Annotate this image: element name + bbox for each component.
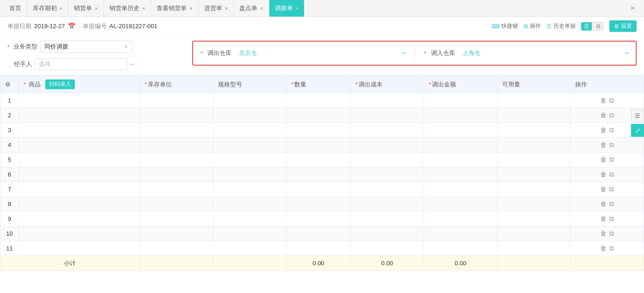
copy-row-icon[interactable]: ⧉ (609, 156, 614, 164)
delete-row-icon[interactable]: 🗑 (600, 111, 607, 119)
tab-close-sales-order[interactable]: × (95, 6, 97, 11)
tab-close-inventory-check[interactable]: × (260, 6, 263, 11)
warehouse-out-more-icon[interactable]: ··· (401, 49, 405, 57)
warehouse-in-label: 调入仓库 (431, 49, 455, 57)
tab-inventory-init[interactable]: 库存期初 × (27, 0, 68, 17)
operation-button[interactable]: ⊞ 操作 (523, 22, 541, 30)
history-button[interactable]: ☰ 历史单据 (547, 22, 576, 30)
history-icon: ☰ (547, 23, 552, 30)
copy-row-icon[interactable]: ⧉ (609, 215, 614, 223)
th-spec: 规格型号 (213, 76, 286, 93)
scan-entry-button[interactable]: 扫码录入 (45, 79, 75, 89)
subtotal-label: 小计 (0, 256, 140, 271)
form-left: * 业务类型 同价调拨 ▼ 经手人 选择... ··· (7, 41, 183, 70)
warehouse-out-field: * 调出仓库 北京仓 ··· (200, 49, 405, 57)
table-row: 8🗑⧉ (0, 197, 644, 212)
toolbar: 单据日期 2019-12-27 📅 单据编号 AL-20191227-001 ⌨… (0, 17, 644, 36)
table-row: 7🗑⧉ (0, 182, 644, 197)
delete-row-icon[interactable]: 🗑 (600, 156, 607, 164)
th-amount: *调出金额 (424, 76, 497, 93)
tab-close-sales-history[interactable]: × (142, 6, 145, 11)
business-type-row: * 业务类型 同价调拨 ▼ (7, 41, 183, 53)
main-content: 单据日期 2019-12-27 📅 单据编号 AL-20191227-001 ⌨… (0, 17, 644, 293)
operator-more-icon[interactable]: ··· (130, 60, 133, 68)
table-row: 9🗑⧉ (0, 212, 644, 226)
delete-row-icon[interactable]: 🗑 (600, 244, 607, 252)
warehouse-out-value[interactable]: 北京仓 (239, 49, 398, 57)
operator-select[interactable]: 选择... (35, 58, 127, 70)
shortcut-button[interactable]: ⌨ 快捷键 (492, 22, 518, 30)
th-available: 可用量 (497, 76, 571, 93)
operator-row: 经手人 选择... ··· (7, 58, 183, 70)
operation-label: 操作 (530, 22, 541, 30)
warehouse-divider (414, 46, 415, 60)
warehouse-in-field: * 调入仓库 上海仓 ··· (424, 49, 629, 57)
delete-row-icon[interactable]: 🗑 (600, 200, 607, 208)
tab-close-purchase-order[interactable]: × (225, 6, 228, 11)
number-field: 单据编号 AL-20191227-001 (83, 22, 158, 31)
copy-row-icon[interactable]: ⧉ (609, 185, 614, 193)
tab-view-sales[interactable]: 查看销货单 × (151, 0, 198, 17)
business-type-field: * 业务类型 同价调拨 ▼ (7, 41, 133, 53)
tab-close-inventory-init[interactable]: × (60, 6, 62, 11)
copy-row-icon[interactable]: ⧉ (609, 230, 614, 238)
business-type-select[interactable]: 同价调拨 ▼ (40, 41, 133, 53)
tab-sales-history[interactable]: 销货单历史 × (104, 0, 151, 17)
delete-row-icon[interactable]: 🗑 (600, 141, 607, 149)
calendar-icon[interactable]: 📅 (68, 23, 75, 30)
th-cost: *调出成本 (351, 76, 424, 93)
form-section: * 业务类型 同价调拨 ▼ 经手人 选择... ··· (0, 36, 644, 75)
copy-row-icon[interactable]: ⧉ (609, 97, 614, 104)
copy-row-icon[interactable]: ⧉ (609, 244, 614, 252)
toolbar-right: ⌨ 快捷键 ⊞ 操作 ☰ 历史单据 ☰ ⊞ ⚙ 设置 (492, 20, 637, 32)
side-tool-expand[interactable]: ⤢ (631, 124, 644, 137)
tab-close-view-sales[interactable]: × (189, 6, 192, 11)
table-row: 6🗑⧉ (0, 167, 644, 182)
delete-row-icon[interactable]: 🗑 (600, 215, 607, 223)
th-unit: *库存单位 (140, 76, 213, 93)
copy-row-icon[interactable]: ⧉ (609, 111, 614, 119)
copy-row-icon[interactable]: ⧉ (609, 141, 614, 149)
delete-row-icon[interactable]: 🗑 (600, 185, 607, 193)
table-row: 3🗑⧉ (0, 123, 644, 138)
tab-inventory-check[interactable]: 盘点单 × (234, 0, 269, 17)
required-star-out: * (200, 50, 203, 57)
tab-sales-order[interactable]: 销货单 × (68, 0, 103, 17)
th-settings[interactable]: ⚙ (0, 76, 19, 93)
delete-row-icon[interactable]: 🗑 (600, 230, 607, 238)
operator-label: 经手人 (14, 60, 32, 68)
tab-transfer-order[interactable]: 调拨单 × (269, 0, 304, 17)
copy-row-icon[interactable]: ⧉ (609, 200, 614, 208)
warehouse-in-value[interactable]: 上海仓 (462, 49, 621, 57)
date-field: 单据日期 2019-12-27 📅 (7, 22, 75, 31)
delete-row-icon[interactable]: 🗑 (600, 97, 607, 104)
copy-row-icon[interactable]: ⧉ (609, 171, 614, 178)
side-tools: ☰ ⤢ (631, 109, 644, 137)
view-toggle[interactable]: ☰ ⊞ (581, 22, 604, 31)
table-row: 4🗑⧉ (0, 138, 644, 153)
dropdown-arrow-icon: ▼ (123, 44, 128, 49)
table-row: 1🗑⧉ (0, 93, 644, 108)
shortcut-label: 快捷键 (501, 22, 518, 30)
side-tool-list[interactable]: ☰ (631, 109, 644, 122)
delete-row-icon[interactable]: 🗑 (600, 171, 607, 178)
business-type-label: 业务类型 (13, 43, 37, 51)
main-close-button[interactable]: × (625, 4, 640, 12)
settings-button[interactable]: ⚙ 设置 (609, 20, 637, 32)
subtotal-qty: 0.00 (286, 256, 351, 271)
list-view-icon[interactable]: ☰ (581, 22, 592, 31)
table-row: 5🗑⧉ (0, 153, 644, 167)
grid-view-icon[interactable]: ⊞ (593, 22, 604, 31)
copy-row-icon[interactable]: ⧉ (609, 126, 614, 134)
business-type-value: 同价调拨 (44, 43, 68, 51)
date-label: 单据日期 (7, 22, 31, 31)
tab-close-transfer-order[interactable]: × (296, 6, 298, 11)
th-qty: *数量 (286, 76, 351, 93)
tab-purchase-order[interactable]: 进货单 × (199, 0, 234, 17)
history-label: 历史单据 (553, 22, 576, 30)
warehouse-in-more-icon[interactable]: ··· (625, 49, 628, 57)
tab-home[interactable]: 首页 (4, 0, 27, 17)
delete-row-icon[interactable]: 🗑 (600, 126, 607, 134)
number-value: AL-20191227-001 (109, 23, 158, 30)
date-value[interactable]: 2019-12-27 (34, 23, 65, 30)
